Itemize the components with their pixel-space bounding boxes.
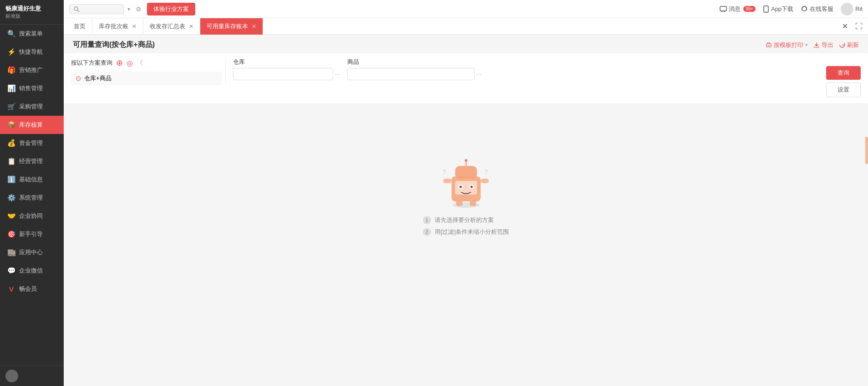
tabs-right-controls: ✕ ⛶ [840,20,864,32]
tab-receive-summary[interactable]: 收发存汇总表 ✕ [143,18,200,35]
topbar: ▾ ⚙ 体验行业方案 消息 99+ App下载 在线客服 [64,0,868,18]
tab-available-qty[interactable]: 可用量库存账本 ✕ [200,18,263,35]
refresh-button[interactable]: 刷新 [839,41,859,49]
tab-label: 收发存汇总表 [150,22,185,31]
sidebar-item-label: 系统管理 [19,194,43,202]
search-input[interactable] [81,6,118,12]
query-button[interactable]: 查询 [826,66,861,80]
gear-icon: ⚙️ [7,194,15,202]
collapse-icon[interactable]: 《 [137,59,143,67]
svg-rect-6 [802,9,802,10]
tab-expand-button[interactable]: ⛶ [853,21,864,32]
schema-item-icon: ⊙ [76,74,81,82]
sidebar-item-enterprise[interactable]: 🤝 企业协同 [0,207,64,225]
industry-solution-button[interactable]: 体验行业方案 [147,3,195,15]
sidebar-item-app-center[interactable]: 🏬 应用中心 [0,243,64,262]
message-button[interactable]: 消息 99+ [720,5,756,13]
inventory-icon: 📦 [7,121,15,129]
svg-rect-2 [720,6,726,11]
product-input[interactable] [347,68,475,80]
username-label: Rit [855,5,863,12]
page-header: 可用量查询(按仓库+商品) 按模板打印 ▾ 导出 刷新 [64,35,868,53]
schema-item-label: 仓库+商品 [84,74,112,82]
sidebar-item-basic-info[interactable]: ℹ️ 基础信息 [0,170,64,189]
lightning-icon: ⚡ [7,48,15,56]
sidebar-item-label: 基础信息 [19,175,43,184]
sidebar-item-marketing[interactable]: 🎁 营销推广 [0,61,64,79]
svg-rect-23 [470,201,476,206]
tab-close-icon[interactable]: ✕ [132,23,137,30]
svg-rect-12 [455,181,477,195]
sidebar-item-sales[interactable]: 📊 销售管理 [0,79,64,98]
sidebar-item-label: 新手引导 [19,230,43,238]
chart-icon: 📊 [7,84,15,93]
refresh-label: 刷新 [847,41,859,49]
user-profile[interactable]: Rit [841,3,863,15]
app-sub: 标准版 [5,13,58,20]
topbar-gear-icon[interactable]: ⚙ [134,4,143,15]
svg-rect-21 [481,179,489,183]
empty-illustration: ? ? [439,156,493,211]
sidebar-item-guide[interactable]: 🎯 新手引导 [0,225,64,243]
app-download-button[interactable]: App下载 [763,5,793,13]
print-button[interactable]: 按模板打印 ▾ [766,41,808,49]
filter-section-title: 按以下方案查询 [71,59,112,67]
warehouse-label: 仓库 [233,58,340,66]
product-more-icon[interactable]: ··· [477,71,482,77]
sidebar-item-system[interactable]: ⚙️ 系统管理 [0,189,64,207]
search-icon: 🔍 [7,30,15,38]
vip-icon: V [7,285,15,293]
sidebar: 畅康通好生意 标准版 🔍 搜索菜单 ⚡ 快捷导航 🎁 营销推广 📊 销售管理 🛒 [0,0,64,386]
sidebar-item-wechat[interactable]: 💬 企业微信 [0,262,64,280]
info-icon: ℹ️ [7,175,15,184]
headset-icon [801,5,808,13]
sidebar-item-quicknav[interactable]: ⚡ 快捷导航 [0,43,64,61]
tab-home[interactable]: 首页 [67,18,92,35]
sidebar-item-members[interactable]: V 畅会员 [0,280,64,298]
sidebar-item-management[interactable]: 📋 经营管理 [0,152,64,170]
warehouse-input[interactable] [233,68,333,80]
target-icon: 🎯 [7,230,15,238]
svg-rect-22 [456,201,462,206]
schema-item-warehouse-product[interactable]: ⊙ 仓库+商品 [71,72,222,85]
app-name: 畅康通好生意 [5,5,58,13]
clipboard-icon: 📋 [7,157,15,165]
sidebar-item-label: 经营管理 [19,157,43,165]
sidebar-item-label: 搜索菜单 [19,30,43,38]
sidebar-item-purchase[interactable]: 🛒 采购管理 [0,98,64,116]
empty-tip-label-2: 用[过滤]条件来缩小分析范围 [435,228,509,236]
empty-tip-1: 1 请先选择要分析的方案 [423,216,509,224]
settings-button[interactable]: 设置 [826,82,861,97]
filter-group-product: 商品 ··· [347,58,482,80]
filter-area: 按以下方案查询 ⊕ ◎ 《 ⊙ 仓库+商品 仓库 [64,53,868,104]
export-button[interactable]: 导出 [813,41,833,49]
svg-rect-20 [443,179,452,183]
sidebar-item-finance[interactable]: 💰 资金管理 [0,134,64,152]
sidebar-item-search[interactable]: 🔍 搜索菜单 [0,25,64,43]
export-label: 导出 [822,41,833,49]
sidebar-item-inventory[interactable]: 📦 库存核算 [0,116,64,134]
svg-text:?: ? [484,168,488,175]
page-content: 可用量查询(按仓库+商品) 按模板打印 ▾ 导出 刷新 [64,35,868,386]
topbar-chevron-icon[interactable]: ▾ [127,6,130,12]
warehouse-more-icon[interactable]: ··· [335,71,340,77]
gift-icon: 🎁 [7,66,15,74]
add-schema-icon[interactable]: ⊕ [116,58,123,68]
sidebar-item-label: 销售管理 [19,84,43,93]
tabs-bar: 首页 库存批次账 ✕ 收发存汇总表 ✕ 可用量库存账本 ✕ ✕ ⛶ [64,18,868,35]
tab-close-button[interactable]: ✕ [840,20,850,32]
filter-group-warehouse: 仓库 ··· [233,58,340,80]
topbar-search-wrap[interactable] [69,4,124,14]
user-avatar [5,370,18,382]
tab-label: 库存批次账 [99,22,128,31]
print-icon [766,42,772,48]
empty-tip-label-1: 请先选择要分析的方案 [435,216,494,224]
right-scrollbar[interactable] [865,137,868,164]
tab-close-icon[interactable]: ✕ [189,23,193,30]
online-service-button[interactable]: 在线客服 [801,5,833,13]
svg-rect-17 [455,166,477,179]
tab-close-icon[interactable]: ✕ [252,23,256,30]
tab-label: 可用量库存账本 [207,22,248,31]
tab-inventory-batch[interactable]: 库存批次账 ✕ [92,18,143,35]
settings-schema-icon[interactable]: ◎ [127,59,133,67]
